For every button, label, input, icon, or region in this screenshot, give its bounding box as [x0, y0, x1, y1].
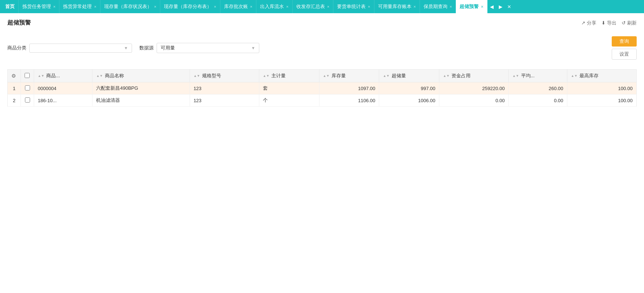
- cell-max-stock: 100.00: [567, 94, 636, 107]
- tab-order-stat[interactable]: 要货单统计表 ×: [333, 0, 374, 13]
- cell-unit: 套: [259, 82, 319, 94]
- cell-overstock-qty: 997.00: [379, 82, 439, 94]
- th-capital-occupied[interactable]: ▲▼ 资金占用: [439, 70, 509, 82]
- cell-capital-occupied: 259220.00: [439, 82, 509, 94]
- close-icon[interactable]: ×: [414, 4, 416, 9]
- th-max-stock[interactable]: ▲▼ 最高库存: [567, 70, 636, 82]
- th-avg-price[interactable]: ▲▼ 平均...: [509, 70, 567, 82]
- th-product-code[interactable]: ▲▼ 商品...: [34, 70, 92, 82]
- th-gear[interactable]: ⚙: [8, 70, 21, 82]
- tab-inout-flow[interactable]: 出入库流水 ×: [256, 0, 292, 13]
- tab-overstock[interactable]: 超储预警 ×: [456, 0, 487, 13]
- close-icon[interactable]: ×: [450, 4, 452, 9]
- th-checkbox[interactable]: [21, 70, 34, 82]
- tab-recv-send[interactable]: 收发存汇总表 ×: [293, 0, 333, 13]
- filter-bar: 商品分类 ▼ 数据源 可用量 ▼ 查询 设置: [7, 33, 637, 63]
- topbar: 首页 拣货任务管理 × 拣货异常处理 × 现存量（库存状况表） × 现存量（库存…: [0, 0, 644, 13]
- query-button[interactable]: 查询: [612, 36, 637, 47]
- close-icon[interactable]: ×: [481, 4, 483, 9]
- tab-stock-batch[interactable]: 库存批次账 ×: [220, 0, 256, 13]
- th-spec[interactable]: ▲▼ 规格型号: [190, 70, 259, 82]
- nav-prev-button[interactable]: ◀: [487, 0, 496, 13]
- gear-icon[interactable]: ⚙: [11, 73, 16, 79]
- close-icon[interactable]: ×: [327, 4, 329, 9]
- category-select[interactable]: ▼: [29, 44, 132, 53]
- datasource-filter: 数据源 可用量 ▼: [139, 43, 259, 53]
- tab-pick-exception[interactable]: 拣货异常处理 ×: [59, 0, 100, 13]
- settings-button[interactable]: 设置: [612, 49, 637, 60]
- category-filter: 商品分类 ▼: [7, 44, 132, 53]
- export-button[interactable]: ⬇ 导出: [601, 20, 616, 26]
- tab-stock-dist[interactable]: 现存量（库存分布表） ×: [160, 0, 220, 13]
- cell-capital-occupied: 0.00: [439, 94, 509, 107]
- row-checkbox[interactable]: [21, 82, 34, 94]
- close-icon[interactable]: ×: [154, 4, 156, 9]
- close-icon[interactable]: ×: [53, 4, 55, 9]
- table-header-row: ⚙ ▲▼ 商品... ▲▼ 商品名称 ▲▼ 规格型号 ▲▼: [8, 70, 637, 82]
- refresh-icon: ↺: [622, 20, 626, 26]
- close-icon[interactable]: ×: [94, 4, 96, 9]
- cell-product-code: 0000004: [34, 82, 92, 94]
- row-checkbox[interactable]: [21, 94, 34, 107]
- row-select-checkbox[interactable]: [25, 97, 30, 103]
- sort-icon: ▲▼: [443, 74, 450, 78]
- page-title: 超储预警: [7, 19, 31, 27]
- cell-spec: 123: [190, 94, 259, 107]
- cell-unit: 个: [259, 94, 319, 107]
- page-content: 超储预警 ↗ 分享 ⬇ 导出 ↺ 刷新 商品分类 ▼ 数据源: [0, 13, 644, 112]
- tab-home[interactable]: 首页: [1, 0, 19, 13]
- sort-icon: ▲▼: [96, 74, 103, 78]
- export-icon: ⬇: [601, 20, 605, 26]
- sort-icon: ▲▼: [263, 74, 270, 78]
- share-icon: ↗: [581, 20, 585, 26]
- datasource-label: 数据源: [139, 45, 154, 51]
- th-product-name[interactable]: ▲▼ 商品名称: [92, 70, 190, 82]
- cell-spec: 123: [190, 82, 259, 94]
- tab-avail-stock[interactable]: 可用量库存账本 ×: [374, 0, 420, 13]
- select-all-checkbox[interactable]: [25, 73, 30, 78]
- chevron-down-icon: ▼: [251, 46, 255, 50]
- sort-icon: ▲▼: [512, 74, 519, 78]
- action-buttons: 查询 设置: [612, 36, 637, 60]
- cell-product-code: 186-10...: [34, 94, 92, 107]
- row-num: 2: [8, 94, 21, 107]
- cell-product-name: 六配套新昌490BPG: [92, 82, 190, 94]
- tab-expiry[interactable]: 保质期查询 ×: [420, 0, 456, 13]
- sort-icon: ▲▼: [38, 74, 44, 78]
- share-button[interactable]: ↗ 分享: [581, 20, 596, 26]
- table-body: 1 0000004 六配套新昌490BPG 123 套 1097.00 997.…: [8, 82, 637, 107]
- cell-max-stock: 100.00: [567, 82, 636, 94]
- th-unit[interactable]: ▲▼ 主计量: [259, 70, 319, 82]
- data-table: ⚙ ▲▼ 商品... ▲▼ 商品名称 ▲▼ 规格型号 ▲▼: [7, 69, 637, 107]
- th-stock-qty[interactable]: ▲▼ 库存量: [319, 70, 379, 82]
- tab-stock-status[interactable]: 现存量（库存状况表） ×: [100, 0, 160, 13]
- sort-icon: ▲▼: [194, 74, 200, 78]
- th-overstock-qty[interactable]: ▲▼ 超储量: [379, 70, 439, 82]
- nav-next-button[interactable]: ▶: [496, 0, 505, 13]
- table-row: 2 186-10... 机油滤清器 123 个 1106.00 1006.00 …: [8, 94, 637, 107]
- cell-avg-price: 260.00: [509, 82, 567, 94]
- category-label: 商品分类: [7, 45, 26, 51]
- nav-close-button[interactable]: ✕: [505, 0, 514, 13]
- sort-icon: ▲▼: [383, 74, 389, 78]
- sort-icon: ▲▼: [571, 74, 578, 78]
- row-num: 1: [8, 82, 21, 94]
- category-select-value: [33, 45, 35, 51]
- close-icon[interactable]: ×: [368, 4, 370, 9]
- header-actions: ↗ 分享 ⬇ 导出 ↺ 刷新: [581, 20, 637, 26]
- tab-pick-task[interactable]: 拣货任务管理 ×: [19, 0, 59, 13]
- cell-avg-price: 0.00: [509, 94, 567, 107]
- cell-product-name: 机油滤清器: [92, 94, 190, 107]
- sort-icon: ▲▼: [323, 74, 330, 78]
- cell-overstock-qty: 1006.00: [379, 94, 439, 107]
- close-icon[interactable]: ×: [286, 4, 288, 9]
- row-select-checkbox[interactable]: [25, 85, 30, 90]
- close-icon[interactable]: ×: [214, 4, 216, 9]
- page-header: 超储预警 ↗ 分享 ⬇ 导出 ↺ 刷新: [7, 19, 637, 27]
- datasource-select[interactable]: 可用量 ▼: [157, 43, 259, 53]
- close-icon[interactable]: ×: [250, 4, 252, 9]
- datasource-select-value: 可用量: [161, 45, 175, 51]
- refresh-button[interactable]: ↺ 刷新: [622, 20, 637, 26]
- cell-stock-qty: 1097.00: [319, 82, 379, 94]
- cell-stock-qty: 1106.00: [319, 94, 379, 107]
